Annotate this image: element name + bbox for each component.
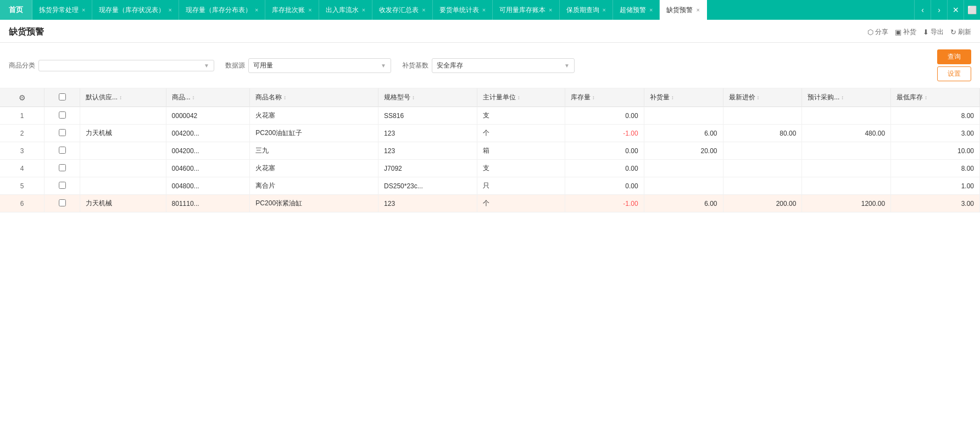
replenish-basis-select[interactable]: 安全库存 ▼ — [432, 58, 575, 73]
tab-overstock-warning[interactable]: 超储预警 × — [613, 0, 660, 20]
th-name[interactable]: 商品名称 ↕ — [250, 88, 378, 107]
share-button[interactable]: ⬡ 分享 — [867, 27, 888, 37]
th-latest-price[interactable]: 最新进价 ↕ — [723, 88, 802, 107]
table-row: 1 0000042 火花塞 SS816 支 0.00 8.00 — [0, 107, 980, 125]
tab-home[interactable]: 首页 — [0, 0, 32, 20]
th-replenish[interactable]: 补货量 ↕ — [644, 88, 723, 107]
filter-replenish-basis: 补货基数 安全库存 ▼ — [402, 58, 575, 73]
close-tab-inout-flow[interactable]: × — [362, 7, 365, 13]
row-min-stock: 1.00 — [891, 177, 980, 195]
tab-expiry-query[interactable]: 保质期查询 × — [560, 0, 613, 20]
close-tab-shortage-warning[interactable]: × — [696, 7, 699, 13]
setting-button[interactable]: 设置 — [937, 66, 971, 81]
row-latest-price: 200.00 — [723, 195, 802, 212]
row-checkbox-cell[interactable] — [44, 177, 80, 195]
tab-exception[interactable]: 拣货异常处理 × — [32, 0, 92, 20]
refresh-button[interactable]: ↻ 刷新 — [950, 27, 971, 37]
replenish-basis-label: 补货基数 — [402, 61, 428, 70]
row-est-purchase — [802, 177, 891, 195]
close-tab-expiry-query[interactable]: × — [603, 7, 606, 13]
row-code: 004200... — [166, 125, 250, 142]
close-tab-inventory-status[interactable]: × — [168, 7, 171, 13]
query-button[interactable]: 查询 — [937, 49, 971, 64]
tab-inventory-dist[interactable]: 现存量（库存分布表） × — [179, 0, 265, 20]
main-content: 缺货预警 ⬡ 分享 ▣ 补货 ⬇ 导出 ↻ 刷新 商品分类 — [0, 20, 980, 437]
row-spec: 123 — [378, 195, 477, 212]
nav-close-button[interactable]: ✕ — [947, 0, 964, 20]
th-est-purchase[interactable]: 预计采购... ↕ — [802, 88, 891, 107]
export-button[interactable]: ⬇ 导出 — [923, 27, 944, 37]
row-checkbox-cell[interactable] — [44, 142, 80, 160]
row-replenish: 20.00 — [644, 142, 723, 160]
close-tab-available-ledger[interactable]: × — [549, 7, 552, 13]
filter-datasource: 数据源 可用量 ▼ — [225, 58, 391, 73]
row-replenish — [644, 107, 723, 125]
row-min-stock: 10.00 — [891, 142, 980, 160]
row-checkbox[interactable] — [59, 164, 66, 171]
row-min-stock: 8.00 — [891, 160, 980, 177]
table-body: 1 0000042 火花塞 SS816 支 0.00 8.00 2 力天机械 0… — [0, 107, 980, 212]
tab-available-ledger[interactable]: 可用量库存账本 × — [493, 0, 559, 20]
spec-sort-icon: ↕ — [412, 94, 415, 100]
close-tab-receive-summary[interactable]: × — [422, 7, 425, 13]
th-spec[interactable]: 规格型号 ↕ — [378, 88, 477, 107]
supplier-sort-icon: ↕ — [119, 94, 122, 100]
category-label: 商品分类 — [9, 61, 35, 70]
close-tab-exception[interactable]: × — [82, 7, 85, 13]
row-index: 6 — [0, 195, 44, 212]
tab-order-stats[interactable]: 要货单统计表 × — [433, 0, 493, 20]
category-chevron-icon: ▼ — [204, 63, 209, 69]
row-spec: 123 — [378, 142, 477, 160]
tab-batch-account[interactable]: 库存批次账 × — [265, 0, 319, 20]
gear-icon[interactable]: ⚙ — [19, 93, 26, 102]
row-checkbox-cell[interactable] — [44, 195, 80, 212]
row-replenish: 6.00 — [644, 125, 723, 142]
row-checkbox-cell[interactable] — [44, 107, 80, 125]
th-code[interactable]: 商品... ↕ — [166, 88, 250, 107]
close-tab-overstock-warning[interactable]: × — [649, 7, 653, 13]
row-min-stock: 8.00 — [891, 107, 980, 125]
row-latest-price: 80.00 — [723, 125, 802, 142]
th-unit[interactable]: 主计量单位 ↕ — [477, 88, 565, 107]
nav-next-button[interactable]: › — [931, 0, 947, 20]
tab-receive-summary[interactable]: 收发存汇总表 × — [372, 0, 432, 20]
row-checkbox-cell[interactable] — [44, 125, 80, 142]
nav-expand-button[interactable]: ⬜ — [964, 0, 980, 20]
close-tab-batch-account[interactable]: × — [308, 7, 311, 13]
row-supplier — [80, 177, 166, 195]
row-spec: J7092 — [378, 160, 477, 177]
datasource-select[interactable]: 可用量 ▼ — [248, 58, 391, 73]
replenish-basis-chevron-icon: ▼ — [564, 63, 570, 69]
stock-sort-icon: ↕ — [592, 94, 595, 100]
close-tab-order-stats[interactable]: × — [482, 7, 486, 13]
th-min-stock[interactable]: 最低库存 ↕ — [891, 88, 980, 107]
row-checkbox[interactable] — [59, 129, 66, 136]
name-sort-icon: ↕ — [283, 94, 286, 100]
th-checkbox[interactable] — [44, 88, 80, 107]
row-unit: 支 — [477, 107, 565, 125]
tab-inventory-status[interactable]: 现存量（库存状况表） × — [92, 0, 179, 20]
tab-shortage-warning[interactable]: 缺货预警 × — [660, 0, 706, 20]
row-stock: 0.00 — [565, 160, 644, 177]
row-name: PC200张紧油缸 — [250, 195, 378, 212]
row-checkbox-cell[interactable] — [44, 160, 80, 177]
nav-prev-button[interactable]: ‹ — [914, 0, 931, 20]
row-supplier — [80, 160, 166, 177]
replenish-basis-value: 安全库存 — [437, 61, 463, 70]
row-checkbox[interactable] — [59, 182, 66, 189]
row-spec: SS816 — [378, 107, 477, 125]
tab-inout-flow[interactable]: 出入库流水 × — [319, 0, 372, 20]
select-all-checkbox[interactable] — [59, 93, 66, 100]
th-supplier[interactable]: 默认供应... ↕ — [80, 88, 166, 107]
category-select[interactable]: ▼ — [38, 60, 214, 71]
row-checkbox[interactable] — [59, 111, 66, 119]
row-checkbox[interactable] — [59, 147, 66, 154]
row-checkbox[interactable] — [59, 199, 66, 206]
th-gear[interactable]: ⚙ — [0, 88, 44, 107]
datasource-label: 数据源 — [225, 61, 245, 70]
replenish-button[interactable]: ▣ 补货 — [895, 27, 916, 37]
th-stock[interactable]: 库存量 ↕ — [565, 88, 644, 107]
row-unit: 支 — [477, 160, 565, 177]
header-actions: ⬡ 分享 ▣ 补货 ⬇ 导出 ↻ 刷新 — [867, 27, 971, 37]
close-tab-inventory-dist[interactable]: × — [255, 7, 258, 13]
